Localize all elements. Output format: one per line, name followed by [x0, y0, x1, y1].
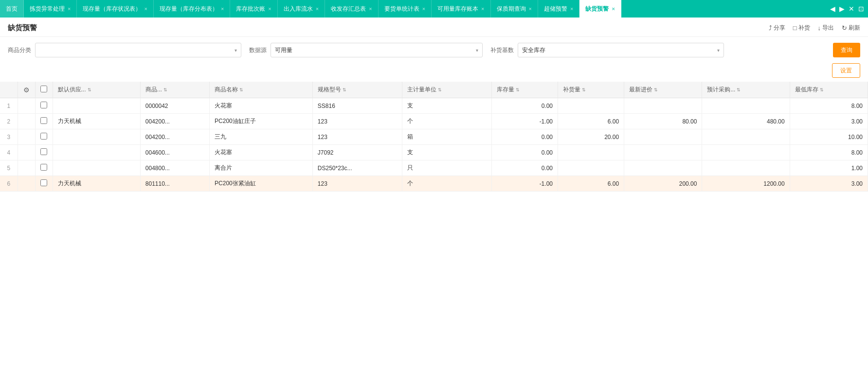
tab-item-available-ledger[interactable]: 可用量库存账本×	[432, 0, 490, 18]
cell-unit: 支	[402, 145, 491, 160]
settings-button[interactable]: 设置	[832, 63, 860, 78]
th-estimated_purchase[interactable]: 预计采购...⇅	[702, 82, 790, 98]
tab-label: 现存量（库存状况表）	[83, 5, 141, 13]
row-checkbox[interactable]	[40, 164, 47, 171]
sort-icon-stock: ⇅	[516, 88, 520, 92]
sort-icon-unit: ⇅	[438, 88, 442, 92]
tab-label: 出入库流水	[284, 5, 313, 13]
cell-checkbox[interactable]	[35, 129, 53, 145]
refresh-icon: ↻	[842, 24, 847, 32]
tab-item-inventory-dist[interactable]: 现存量（库存分布表）×	[154, 0, 230, 18]
tab-close-icon[interactable]: ×	[268, 6, 271, 12]
table-row: 2力天机械004200...PC200油缸庄子123个-1.006.0080.0…	[0, 114, 868, 129]
tab-close-icon[interactable]: ×	[144, 6, 147, 12]
th-latest_price[interactable]: 最新进价⇅	[624, 82, 702, 98]
datasource-filter-group: 数据源 可用量 ▾	[249, 43, 483, 57]
row-checkbox[interactable]	[40, 179, 47, 186]
cell-seq: 5	[0, 160, 18, 176]
th-checkbox[interactable]	[35, 82, 53, 98]
column-settings-button[interactable]: ⚙	[23, 86, 30, 94]
tab-prev-button[interactable]: ◀	[828, 0, 837, 18]
cell-spec: DS250*23c...	[312, 160, 402, 176]
cell-spec: 123	[312, 129, 402, 145]
th-product_code[interactable]: 商品...⇅	[140, 82, 209, 98]
refresh-action[interactable]: ↻ 刷新	[842, 24, 860, 32]
tab-item-overstock[interactable]: 超储预警×	[538, 0, 579, 18]
tab-close-icon[interactable]: ×	[221, 6, 224, 12]
cell-replenish	[558, 145, 624, 160]
th-supplier[interactable]: 默认供应...⇅	[53, 82, 140, 98]
th-label-replenish: 补货量	[563, 86, 580, 93]
tab-close-icon[interactable]: ×	[422, 6, 425, 12]
row-checkbox[interactable]	[40, 117, 47, 124]
tab-next-button[interactable]: ▶	[837, 0, 847, 18]
th-spec[interactable]: 规格型号⇅	[312, 82, 402, 98]
share-action[interactable]: ⤴ 分享	[769, 24, 785, 32]
sort-icon-min_stock: ⇅	[820, 88, 824, 92]
tab-close-icon[interactable]: ×	[612, 6, 615, 12]
row-checkbox[interactable]	[40, 102, 47, 108]
cell-estimated_purchase: 1200.00	[702, 176, 790, 192]
cell-unit: 只	[402, 160, 491, 176]
datasource-select[interactable]: 可用量 ▾	[271, 43, 483, 57]
tab-item-inout-flow[interactable]: 出入库流水×	[278, 0, 325, 18]
cell-checkbox[interactable]	[35, 145, 53, 160]
data-table: ⚙默认供应...⇅商品...⇅商品名称⇅规格型号⇅主计量单位⇅库存量⇅补货量⇅最…	[0, 82, 868, 192]
page-title: 缺货预警	[8, 23, 37, 33]
tab-item-expiry-query[interactable]: 保质期查询×	[491, 0, 538, 18]
cell-min_stock: 3.00	[790, 114, 868, 129]
th-settings[interactable]: ⚙	[18, 82, 35, 98]
table-header: ⚙默认供应...⇅商品...⇅商品名称⇅规格型号⇅主计量单位⇅库存量⇅补货量⇅最…	[0, 82, 868, 98]
tab-close-all-button[interactable]: ✕	[847, 0, 856, 18]
th-product_name[interactable]: 商品名称⇅	[210, 82, 313, 98]
tab-close-icon[interactable]: ×	[68, 6, 71, 12]
tab-item-home[interactable]: 首页	[0, 0, 24, 18]
tab-item-receive-summary[interactable]: 收发存汇总表×	[325, 0, 378, 18]
tab-close-icon[interactable]: ×	[481, 6, 484, 12]
cell-checkbox[interactable]	[35, 176, 53, 192]
tab-expand-button[interactable]: ⊡	[856, 0, 866, 18]
tab-close-icon[interactable]: ×	[369, 6, 372, 12]
cell-settings	[18, 145, 35, 160]
tab-item-shortage[interactable]: 缺货预警×	[579, 0, 621, 18]
cell-checkbox[interactable]	[35, 114, 53, 129]
replenish-base-select[interactable]: 安全库存 ▾	[518, 43, 724, 57]
tab-close-icon[interactable]: ×	[529, 6, 532, 12]
row-checkbox[interactable]	[40, 148, 47, 155]
cell-seq: 1	[0, 98, 18, 114]
tab-item-exception[interactable]: 拣货异常处理×	[24, 0, 77, 18]
cell-estimated_purchase	[702, 160, 790, 176]
cell-latest_price	[624, 160, 702, 176]
export-action[interactable]: ↓ 导出	[818, 24, 834, 32]
header-actions: ⤴ 分享 □ 补货 ↓ 导出 ↻ 刷新	[769, 24, 860, 32]
th-stock[interactable]: 库存量⇅	[491, 82, 558, 98]
tab-item-inventory-status[interactable]: 现存量（库存状况表）×	[77, 0, 153, 18]
th-min_stock[interactable]: 最低库存⇅	[790, 82, 868, 98]
cell-stock: 0.00	[491, 160, 558, 176]
datasource-chevron-icon: ▾	[476, 48, 478, 53]
replenish-action[interactable]: □ 补货	[793, 24, 810, 32]
query-button[interactable]: 查询	[833, 43, 860, 57]
settings-row: 设置	[0, 63, 868, 82]
cell-min_stock: 8.00	[790, 145, 868, 160]
tab-close-icon[interactable]: ×	[316, 6, 319, 12]
cell-product_code: 004600...	[140, 145, 209, 160]
cell-estimated_purchase: 480.00	[702, 114, 790, 129]
tab-item-batch-account[interactable]: 库存批次账×	[230, 0, 277, 18]
category-select[interactable]: ▾	[35, 43, 241, 57]
row-checkbox[interactable]	[40, 133, 47, 140]
th-unit[interactable]: 主计量单位⇅	[402, 82, 491, 98]
th-replenish[interactable]: 补货量⇅	[558, 82, 624, 98]
export-label: 导出	[822, 24, 834, 32]
category-filter-group: 商品分类 ▾	[8, 43, 241, 57]
tab-close-icon[interactable]: ×	[570, 6, 573, 12]
cell-latest_price: 80.00	[624, 114, 702, 129]
cell-settings	[18, 114, 35, 129]
cell-checkbox[interactable]	[35, 98, 53, 114]
table-row: 5004800...离合片DS250*23c...只0.001.00	[0, 160, 868, 176]
cell-checkbox[interactable]	[35, 160, 53, 176]
select-all-checkbox[interactable]	[40, 86, 47, 92]
tab-label: 首页	[6, 5, 18, 13]
cell-supplier	[53, 145, 140, 160]
tab-item-order-stats[interactable]: 要货单统计表×	[379, 0, 432, 18]
